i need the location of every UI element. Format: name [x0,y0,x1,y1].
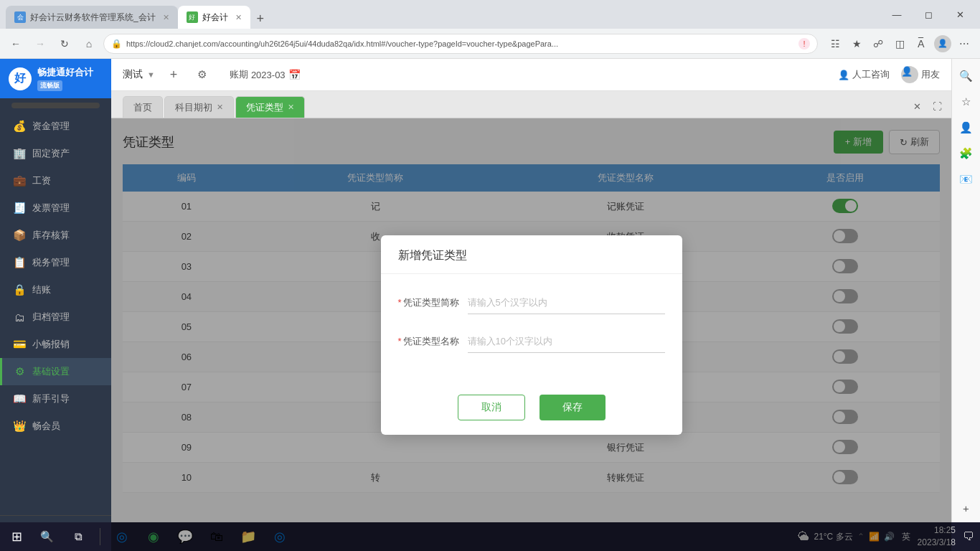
extensions-button[interactable]: ☷ [825,34,845,54]
re-person-button[interactable]: 👤 [955,116,978,139]
dialog-body: *凭证类型简称 *凭证类型名称 [381,274,682,386]
re-add-button[interactable]: + [955,496,978,519]
company-name: 测试 [123,68,143,81]
re-extension-button[interactable]: 🧩 [955,142,978,165]
sidebar-item-invoice-label: 发票管理 [32,202,70,215]
more-button[interactable]: ⋯ [954,34,974,54]
browser-tab-1[interactable]: 会 好会计云财务软件管理系统_会计 ✕ [6,6,178,29]
cancel-button[interactable]: 取消 [458,395,525,420]
notification-icon[interactable]: 🗨 [963,530,974,543]
topbar-right: 👤 人工咨询 👤 用友 [838,66,940,83]
inventory-icon: 📦 [12,229,27,242]
close-button[interactable]: ✕ [946,3,974,26]
archive-icon: 🗂 [12,311,27,324]
tab-bar: 首页 科目期初 ✕ 凭证类型 ✕ ✕ ⛶ [111,91,951,118]
taskbar-sep-1 [100,528,100,545]
app-tab-subject[interactable]: 科目期初 ✕ [164,96,234,118]
search-taskbar-button[interactable]: 🔍 [34,524,60,550]
form-row-name: *凭证类型名称 [398,330,665,353]
sidebar-item-tax-label: 税务管理 [32,256,70,269]
favorites-button[interactable]: ★ [847,34,867,54]
abbr-input[interactable] [468,291,665,314]
sidebar-item-archive-label: 归档管理 [32,311,70,324]
translate-button[interactable]: A̅ [911,34,931,54]
tab-bar-expand-button[interactable]: ⛶ [928,98,946,115]
maximize-button[interactable]: ◻ [914,3,943,26]
refresh-button[interactable]: ↻ [55,34,75,54]
user-button[interactable]: 👤 用友 [901,66,940,83]
app-tab-voucher-type[interactable]: 凭证类型 ✕ [235,96,305,118]
search-taskbar-icon: 🔍 [40,530,54,543]
sidebar-logo: 好 畅捷通好合计 流畅版 [0,59,111,98]
re-outlook-button[interactable]: 📧 [955,168,978,191]
sidebar-item-membership[interactable]: 👑 畅会员 [0,413,111,440]
browser-tab-2[interactable]: 好 好会计 ✕ [178,6,250,29]
settings-icon: ⚙ [12,365,27,378]
sidebar-item-tax[interactable]: 📋 税务管理 [0,249,111,276]
tab2-label: 好会计 [202,11,228,24]
reading-view-button[interactable]: ☍ [868,34,888,54]
save-button[interactable]: 保存 [540,395,606,420]
security-badge: ! [798,38,810,50]
sidebar-item-inventory[interactable]: 📦 库存核算 [0,222,111,249]
logo-icon: 好 [9,67,32,90]
start-button[interactable]: ⊞ [6,529,28,545]
sidebar-item-closing[interactable]: 🔒 结账 [0,276,111,303]
add-dialog: 新增凭证类型 *凭证类型简称 *凭证类型名称 [381,235,682,435]
version-badge: 流畅版 [37,80,62,91]
tab2-favicon: 好 [187,11,198,23]
tab1-label: 好会计云财务软件管理系统_会计 [30,11,156,24]
name-label: *凭证类型名称 [398,335,459,348]
scroll-indicator [0,98,111,113]
period-value: 2023-03 [251,70,286,80]
re-search-button[interactable]: 🔍 [955,65,978,88]
app-tab-home[interactable]: 首页 [123,96,163,118]
lock-icon: 🔒 [111,39,122,49]
sidebar-item-invoice[interactable]: 🧾 发票管理 [0,194,111,222]
consult-button[interactable]: 👤 人工咨询 [838,68,890,81]
calendar-icon: 📅 [288,69,301,80]
sidebar-item-capital[interactable]: 💰 资金管理 [0,113,111,140]
membership-icon: 👑 [12,420,27,433]
taskview-icon: ⧉ [75,530,83,543]
voucher-type-tab-close[interactable]: ✕ [288,103,294,112]
new-tab-button[interactable]: + [250,9,270,29]
profile-avatar: 👤 [934,35,951,52]
taskview-button[interactable]: ⧉ [65,524,91,550]
tab1-close[interactable]: ✕ [163,13,169,22]
sidebar-item-guide[interactable]: 📖 新手引导 [0,385,111,413]
period-info: 账期 2023-03 📅 [230,68,301,81]
tab1-favicon: 会 [14,11,26,23]
company-gear-button[interactable]: ⚙ [192,65,212,85]
abbr-required-mark: * [398,297,402,308]
closing-icon: 🔒 [12,283,27,296]
consult-label: 人工咨询 [852,68,890,81]
sidebar-item-settings[interactable]: ⚙ 基础设置 [0,358,111,385]
sidebar-item-expense[interactable]: 💳 小畅报销 [0,331,111,358]
user-label: 用友 [921,68,940,81]
company-add-button[interactable]: + [164,65,184,85]
forward-button[interactable]: → [30,34,50,54]
expense-icon: 💳 [12,338,27,351]
minimize-button[interactable]: — [882,3,911,26]
sidebar-item-fixed-assets[interactable]: 🏢 固定资产 [0,140,111,167]
form-row-abbr: *凭证类型简称 [398,291,665,314]
main-area: 测试 ▼ + ⚙ 账期 2023-03 📅 👤 人工咨询 👤 用友 [111,59,951,551]
abbr-label: *凭证类型简称 [398,296,459,309]
split-view-button[interactable]: ◫ [890,34,910,54]
period-label: 账期 [230,68,248,81]
subject-tab-close[interactable]: ✕ [217,103,223,112]
sidebar-item-payroll[interactable]: 💼 工资 [0,167,111,194]
tab-bar-close-button[interactable]: ✕ [908,98,925,115]
voucher-type-tab-label: 凭证类型 [246,101,283,114]
address-bar[interactable]: 🔒 https://cloud2.chanjet.com/accounting/… [103,34,818,54]
re-star-button[interactable]: ☆ [955,90,978,113]
profile-button[interactable]: 👤 [933,34,953,54]
tab2-close[interactable]: ✕ [235,13,242,22]
name-input[interactable] [468,330,665,353]
logo-title: 畅捷通好合计 [37,66,93,79]
sidebar-item-archive[interactable]: 🗂 归档管理 [0,303,111,331]
back-button[interactable]: ← [6,34,26,54]
company-selector[interactable]: 测试 ▼ [123,68,155,81]
home-button[interactable]: ⌂ [79,34,99,54]
